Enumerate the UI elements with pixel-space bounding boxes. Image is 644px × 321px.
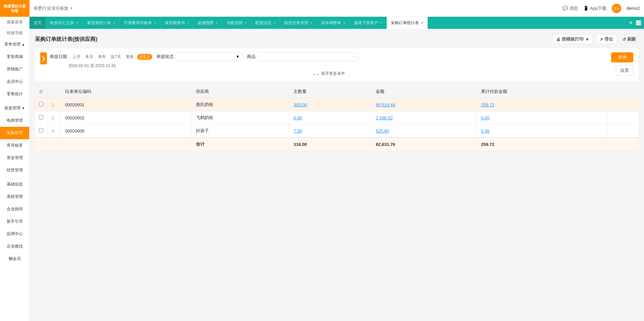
tab-purchase-stats[interactable]: 采购订单统计表 × xyxy=(387,17,428,29)
shortcut-this-year[interactable]: 本年 xyxy=(97,53,107,60)
td-empty xyxy=(607,111,639,124)
shortcut-more[interactable]: 更多 xyxy=(124,53,135,60)
td-checkbox[interactable] xyxy=(35,111,48,124)
tab-label: 可用量库存账本 xyxy=(124,20,152,26)
sidebar-item-vip[interactable]: 畅会员 xyxy=(0,253,29,265)
td-amount: 1,586.52 xyxy=(372,111,477,124)
tab-func-desc[interactable]: 功能说明 × xyxy=(222,17,251,29)
td-paid: 0.00 xyxy=(477,124,607,138)
app-download-label: App下载 xyxy=(590,5,606,11)
paid-link[interactable]: 259.72 xyxy=(481,102,494,107)
tab-label: 配置信息 xyxy=(255,20,271,26)
sidebar-item-search[interactable]: 搜索英单 xyxy=(0,17,29,28)
user-name[interactable]: demo2 xyxy=(627,6,640,11)
tab-close-icon[interactable]: × xyxy=(245,20,247,25)
app-download-button[interactable]: 📱 App下载 xyxy=(583,5,606,11)
sidebar-item-basic-info[interactable]: 基础信息 xyxy=(0,178,29,191)
sidebar-item-retail-stats[interactable]: 零售统计 xyxy=(0,88,29,100)
filter-toggle-button[interactable]: ❯ xyxy=(40,52,47,64)
tab-close-icon[interactable]: × xyxy=(380,20,382,25)
sidebar-item-retail-shop[interactable]: 零售商城 xyxy=(0,51,29,63)
export-button[interactable]: ↗ 导出 xyxy=(596,34,617,44)
row-checkbox[interactable] xyxy=(39,128,43,132)
sidebar-item-ops[interactable]: 经营管理 xyxy=(0,164,29,176)
sidebar-item-guide[interactable]: 新手引导 xyxy=(0,215,29,228)
tab-label: 超储预警 xyxy=(198,20,214,26)
message-button[interactable]: 💬 消息 xyxy=(562,5,578,11)
tab-label: 邀请下游客户 xyxy=(354,20,378,26)
sidebar-item-retail-manage[interactable]: 零售管理 ▲ xyxy=(0,38,29,51)
tab-overstock[interactable]: 超储预警 × xyxy=(194,17,222,29)
tab-close-icon[interactable]: × xyxy=(421,20,423,25)
status-select[interactable]: ▼ xyxy=(176,52,243,61)
row-checkbox[interactable] xyxy=(39,115,43,119)
quantity-link[interactable]: 7.00 xyxy=(293,128,302,133)
tab-invite-downstream[interactable]: 邀请下游客户 × xyxy=(350,17,387,29)
table-footer: 合计 316.00 62,631.76 259.72 xyxy=(35,138,639,151)
ellipsis-icon[interactable]: ··· xyxy=(352,54,355,59)
sidebar-item-system[interactable]: 系统管理 xyxy=(0,191,29,203)
tab-config-info[interactable]: 配置信息 × xyxy=(251,17,280,29)
workspace-selector[interactable]: 母婴行业演示账套 ▼ xyxy=(34,5,560,11)
tab-close-icon[interactable]: × xyxy=(187,20,189,25)
footer-empty-1 xyxy=(35,138,48,151)
tab-expire-query[interactable]: 保质期查询 × xyxy=(161,17,194,29)
td-checkbox[interactable] xyxy=(35,98,48,111)
td-paid: 259.72 xyxy=(477,98,607,111)
sidebar-item-inventory[interactable]: 库存核算 xyxy=(0,139,29,152)
tab-close-icon[interactable]: × xyxy=(310,20,313,25)
tab-receive-send[interactable]: 收发存汇总表 × xyxy=(46,17,83,29)
expand-more-button[interactable]: ⌄⌄ 展开更多条件 xyxy=(50,69,608,77)
status-label: 单据状态 xyxy=(156,54,174,60)
sidebar-item-purchase[interactable]: 采购管理 xyxy=(0,127,29,139)
paid-link[interactable]: 0.00 xyxy=(481,115,489,120)
gear-icon[interactable]: ⚙ xyxy=(39,89,43,94)
sidebar-item-wechat[interactable]: 企业微信 xyxy=(0,240,29,253)
amount-link[interactable]: 60,519.44 xyxy=(376,102,395,107)
maximize-icon[interactable]: ⬜ xyxy=(636,20,641,25)
date-range-display: 2016-01-01 至 2023-12-31 xyxy=(50,63,608,69)
td-checkbox[interactable] xyxy=(35,124,48,138)
settings-button[interactable]: 设置 xyxy=(616,65,633,76)
tab-close-icon[interactable]: × xyxy=(216,20,218,25)
query-button[interactable]: 查询 xyxy=(611,52,633,62)
tab-order-stats[interactable]: 要货单统计表 × xyxy=(83,17,120,29)
tab-close-icon[interactable]: × xyxy=(273,20,276,25)
shortcut-7days[interactable]: 近7天 xyxy=(109,53,122,60)
custom-date-badge[interactable]: 自定义 xyxy=(137,54,152,60)
tab-pick-task[interactable]: 拣货任务管理 × xyxy=(280,17,317,29)
tab-close-icon[interactable]: × xyxy=(343,20,345,25)
tab-inventory-book[interactable]: 可用量库存账本 × xyxy=(120,17,161,29)
sidebar-item-ecommerce[interactable]: 电商管理 xyxy=(0,114,29,127)
tab-close-icon[interactable]: × xyxy=(154,20,156,25)
quantity-link[interactable]: 6.00 xyxy=(293,115,302,120)
sidebar-item-quick-nav[interactable]: 快捷导航 xyxy=(0,28,29,38)
topbar-actions: 💬 消息 📱 App下载 Ea demo2 xyxy=(562,4,640,13)
print-button[interactable]: 🖨 按模板打印 ▼ xyxy=(552,34,593,44)
sidebar-item-app-center[interactable]: 应用中心 xyxy=(0,228,29,240)
sidebar-item-wholesale[interactable]: 批发管理 ▼ xyxy=(0,102,29,114)
refresh-button[interactable]: ↺ 刷新 xyxy=(620,35,639,44)
table-body: 1 00020001 惠氏奶粉 303.00 60,519.44 259.72 … xyxy=(35,98,639,138)
close-tab-icon[interactable]: ✕ xyxy=(629,20,633,25)
amount-link[interactable]: 525.80 xyxy=(376,128,389,133)
amount-link[interactable]: 1,586.52 xyxy=(376,115,393,120)
tab-close-icon[interactable]: × xyxy=(76,20,78,25)
refresh-label: 刷新 xyxy=(627,36,636,42)
tab-home[interactable]: 首页 xyxy=(30,17,46,29)
tab-close-icon[interactable]: × xyxy=(113,20,115,25)
chevron-down-icon: ▼ xyxy=(585,37,589,42)
tab-cost-adjust[interactable]: 成本调整单 × xyxy=(317,17,350,29)
sidebar-item-marketing[interactable]: 营销推广 xyxy=(0,63,29,75)
filter-area: ❯ 单据日期 上月 本月 本年 近7天 更多 自定义 单据状 xyxy=(35,48,639,81)
paid-link[interactable]: 0.00 xyxy=(481,128,489,133)
sidebar-item-finance[interactable]: 资金管理 xyxy=(0,152,29,164)
row-checkbox[interactable] xyxy=(39,102,43,106)
sidebar-item-member[interactable]: 会员中心 xyxy=(0,75,29,88)
shortcut-this-month[interactable]: 本月 xyxy=(84,53,95,60)
sidebar-item-enterprise[interactable]: 企业协同 xyxy=(0,203,29,215)
user-avatar[interactable]: Ea xyxy=(612,4,621,13)
goods-input[interactable]: ··· xyxy=(258,52,358,61)
shortcut-last-month[interactable]: 上月 xyxy=(71,53,82,60)
quantity-link[interactable]: 303.00 xyxy=(293,102,307,107)
